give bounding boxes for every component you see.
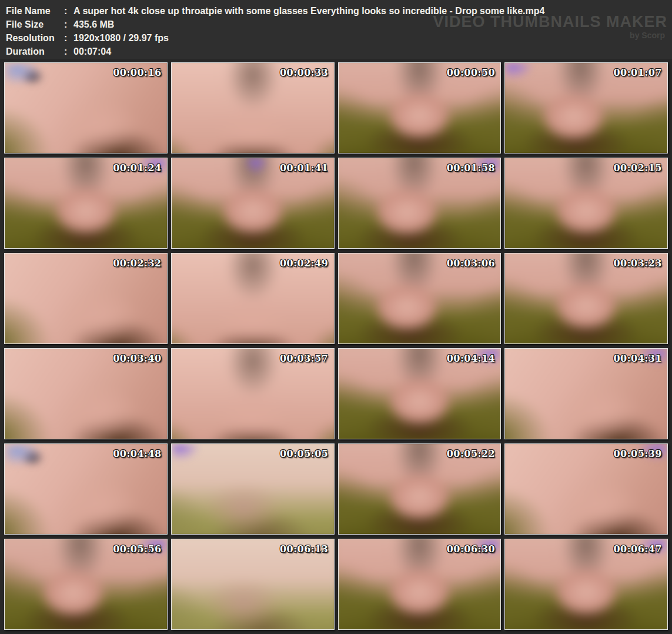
timestamp-overlay: 00:05:39	[613, 448, 662, 459]
timestamp-overlay: 00:02:15	[613, 162, 662, 173]
video-thumbnail: 00:04:31	[504, 348, 668, 439]
video-thumbnail: 00:05:56	[4, 539, 168, 630]
video-thumbnail: 00:02:49	[171, 253, 335, 344]
file-info-label: Duration	[6, 45, 64, 58]
file-info-label: File Size	[6, 18, 64, 31]
file-info-value: 00:07:04	[73, 45, 111, 58]
video-thumbnail: 00:01:24	[4, 158, 168, 249]
timestamp-overlay: 00:01:58	[447, 162, 496, 173]
video-thumbnail: 00:05:05	[171, 443, 335, 535]
timestamp-overlay: 00:05:05	[280, 448, 329, 459]
file-info-value: 435.6 MB	[73, 18, 114, 31]
timestamp-overlay: 00:01:24	[113, 162, 162, 173]
timestamp-overlay: 00:03:57	[280, 353, 329, 364]
file-info-label: File Name	[6, 4, 64, 18]
file-info-row: Duration:00:07:04	[6, 45, 544, 58]
video-thumbnail: 00:06:30	[338, 539, 502, 630]
timestamp-overlay: 00:00:33	[280, 67, 329, 78]
file-info-label: Resolution	[6, 31, 64, 45]
timestamp-overlay: 00:03:40	[113, 353, 162, 364]
timestamp-overlay: 00:05:22	[447, 448, 496, 459]
video-thumbnail: 00:06:47	[504, 539, 668, 630]
timestamp-overlay: 00:06:47	[613, 543, 662, 555]
app-watermark: VIDEO THUMBNAILS MAKER by Scorp	[433, 14, 668, 40]
timestamp-overlay: 00:06:13	[280, 543, 329, 555]
watermark-title: VIDEO THUMBNAILS MAKER	[433, 14, 668, 30]
video-thumbnail: 00:03:40	[4, 348, 168, 439]
video-thumbnail: 00:04:48	[4, 443, 168, 535]
video-thumbnail: 00:02:32	[4, 253, 168, 344]
video-thumbnail: 00:00:50	[338, 62, 502, 154]
timestamp-overlay: 00:00:50	[447, 67, 496, 78]
video-thumbnail: 00:01:07	[504, 62, 668, 154]
video-thumbnail: 00:03:23	[504, 253, 668, 344]
watermark-subtitle: by Scorp	[433, 31, 668, 40]
contact-sheet: File Name:A super hot 4k close up throat…	[0, 0, 672, 634]
timestamp-overlay: 00:06:30	[447, 543, 496, 555]
file-info-separator: :	[64, 18, 73, 31]
timestamp-overlay: 00:01:07	[613, 67, 662, 78]
timestamp-overlay: 00:04:31	[613, 353, 662, 364]
thumbnail-grid: 00:00:1600:00:3300:00:5000:01:0700:01:24…	[0, 59, 672, 634]
video-thumbnail: 00:01:58	[338, 158, 502, 249]
timestamp-overlay: 00:02:49	[280, 258, 329, 269]
video-thumbnail: 00:00:33	[171, 62, 335, 154]
timestamp-overlay: 00:03:23	[613, 258, 662, 269]
video-thumbnail: 00:05:22	[338, 443, 502, 535]
file-info-separator: :	[64, 45, 73, 58]
timestamp-overlay: 00:03:06	[447, 258, 496, 269]
timestamp-overlay: 00:05:56	[113, 543, 162, 555]
video-thumbnail: 00:05:39	[504, 443, 668, 535]
timestamp-overlay: 00:01:41	[280, 162, 329, 173]
file-info-header: File Name:A super hot 4k close up throat…	[0, 0, 672, 59]
video-thumbnail: 00:03:06	[338, 253, 502, 344]
video-thumbnail: 00:04:14	[338, 348, 502, 439]
video-thumbnail: 00:01:41	[171, 158, 335, 249]
video-thumbnail: 00:02:15	[504, 158, 668, 249]
timestamp-overlay: 00:04:14	[447, 353, 496, 364]
timestamp-overlay: 00:04:48	[113, 448, 162, 459]
timestamp-overlay: 00:02:32	[113, 258, 162, 269]
timestamp-overlay: 00:00:16	[113, 67, 162, 78]
file-info-separator: :	[64, 31, 73, 45]
video-thumbnail: 00:03:57	[171, 348, 335, 439]
video-thumbnail: 00:06:13	[171, 539, 335, 630]
file-info-value: 1920x1080 / 29.97 fps	[73, 31, 169, 45]
file-info-separator: :	[64, 4, 73, 18]
video-thumbnail: 00:00:16	[4, 62, 168, 154]
